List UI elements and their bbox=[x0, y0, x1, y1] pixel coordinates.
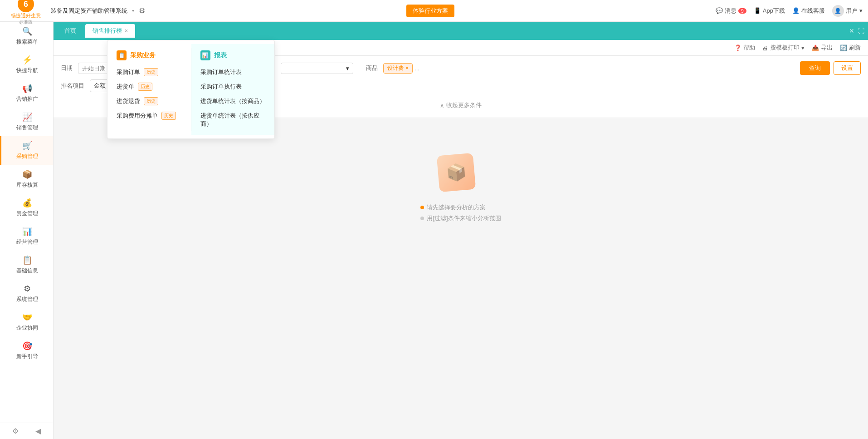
help-icon: ❓ bbox=[734, 44, 741, 51]
purchase-icon: 🛒 bbox=[22, 141, 32, 151]
sidebar-footer-settings-icon[interactable]: ⚙ bbox=[12, 427, 19, 435]
main-layout: 🔍 搜索菜单 ⚡ 快捷导航 📢 营销推广 📈 销售管理 🛒 采购管理 📦 库存核… bbox=[0, 22, 868, 439]
dropdown-item-purchase-order-stats[interactable]: 采购订单统计表 bbox=[191, 65, 275, 79]
sidebar-label-basic-info: 基础信息 bbox=[16, 267, 38, 275]
tab-home[interactable]: 首页 bbox=[57, 24, 83, 38]
dropdown-label-purchase-order-exec: 采购订单执行表 bbox=[200, 83, 242, 91]
purchase-expense-badge: 历史 bbox=[161, 112, 176, 120]
tab-close-all-icon[interactable]: ✕ bbox=[849, 27, 854, 35]
purchase-col-icon: 📋 bbox=[117, 50, 127, 60]
tab-active-label: 销售排行榜 bbox=[93, 27, 122, 35]
dropdown-purchase-col: 📋 采购业务 采购订单 历史 进货单 历史 进货退货 历史 采购费用分摊单 bbox=[107, 44, 191, 135]
sidebar-label-finance: 资金管理 bbox=[16, 210, 38, 217]
print-label: 按模板打印 bbox=[770, 44, 800, 52]
status-select[interactable]: ▾ bbox=[281, 63, 353, 74]
sidebar-label-system: 系统管理 bbox=[16, 296, 38, 303]
settings-button[interactable]: 设置 bbox=[834, 61, 861, 75]
rank-value: 金额 bbox=[94, 82, 106, 90]
sidebar-item-search[interactable]: 🔍 搜索菜单 bbox=[0, 22, 53, 50]
dropdown-label-purchase-order-stats: 采购订单统计表 bbox=[200, 68, 242, 76]
goods-in-badge: 历史 bbox=[138, 83, 152, 91]
date-label: 日期 bbox=[61, 64, 73, 72]
dropdown-item-purchase-order[interactable]: 采购订单 历史 bbox=[107, 65, 191, 79]
tab-sales-rank[interactable]: 销售排行榜 × bbox=[85, 24, 135, 38]
app-download-item[interactable]: 📱 App下载 bbox=[754, 7, 785, 15]
message-item[interactable]: 💬 消息 9 bbox=[716, 7, 746, 15]
dropdown-item-goods-in[interactable]: 进货单 历史 bbox=[107, 79, 191, 94]
tab-maximize-icon[interactable]: ⛶ bbox=[858, 27, 864, 35]
top-bar-right: 💬 消息 9 📱 App下载 👤 在线客服 👤 用户 ▾ bbox=[716, 5, 863, 17]
service-item[interactable]: 👤 在线客服 bbox=[792, 7, 825, 15]
top-bar: 6 畅捷通好生意 标准版 装备及固定资产辅助管理系统 ▾ ⚙ 体验行业方案 💬 … bbox=[0, 0, 868, 22]
sidebar-item-purchase[interactable]: 🛒 采购管理 bbox=[0, 136, 53, 165]
app-label: App下载 bbox=[763, 7, 785, 15]
refresh-button[interactable]: 🔄 刷新 bbox=[840, 44, 861, 52]
collapse-icon: ∧ bbox=[440, 102, 444, 109]
product-tag-close[interactable]: × bbox=[405, 65, 409, 71]
industry-solution-button[interactable]: 体验行业方案 bbox=[406, 5, 454, 17]
dropdown-purchase-header: 📋 采购业务 bbox=[107, 48, 191, 65]
tab-home-label: 首页 bbox=[64, 27, 76, 35]
sidebar-item-operations[interactable]: 📊 经营管理 bbox=[0, 222, 53, 251]
dropdown-menu: 📋 采购业务 采购订单 历史 进货单 历史 进货退货 历史 采购费用分摊单 bbox=[107, 40, 275, 139]
dropdown-item-purchase-order-exec[interactable]: 采购订单执行表 bbox=[191, 79, 275, 94]
newbie-icon: 🎯 bbox=[22, 341, 32, 351]
sidebar-item-enterprise[interactable]: 🤝 企业协同 bbox=[0, 308, 53, 336]
sidebar-label-search: 搜索菜单 bbox=[16, 38, 38, 46]
empty-icon: 📦 bbox=[438, 154, 483, 200]
dropdown-item-goods-return[interactable]: 进货退货 历史 bbox=[107, 94, 191, 109]
sidebar-footer-collapse-icon[interactable]: ◀ bbox=[35, 427, 41, 435]
sidebar-item-inventory[interactable]: 📦 库存核算 bbox=[0, 165, 53, 193]
sidebar-label-purchase: 采购管理 bbox=[16, 153, 38, 160]
sidebar-item-sales[interactable]: 📈 销售管理 bbox=[0, 108, 53, 136]
sidebar-item-basic-info[interactable]: 📋 基础信息 bbox=[0, 251, 53, 279]
product-label: 商品 bbox=[366, 64, 378, 72]
empty-icon-graphic: 📦 bbox=[437, 153, 476, 192]
system-title: 装备及固定资产辅助管理系统 bbox=[51, 7, 127, 15]
collapse-button[interactable]: ∧ 收起更多条件 bbox=[437, 99, 484, 112]
dropdown-item-purchase-expense[interactable]: 采购费用分摊单 历史 bbox=[107, 109, 191, 123]
dropdown-item-goods-in-stats-supplier[interactable]: 进货单统计表（按供应商） bbox=[191, 109, 275, 131]
empty-hint-1: 请先选择要分析的方案 bbox=[420, 203, 501, 212]
logo-area: 6 畅捷通好生意 标准版 bbox=[5, 0, 46, 25]
export-button[interactable]: 📤 导出 bbox=[812, 44, 833, 52]
sidebar-item-system[interactable]: ⚙ 系统管理 bbox=[0, 279, 53, 308]
dropdown-label-purchase-expense: 采购费用分摊单 bbox=[117, 112, 158, 120]
dropdown-report-col: 📊 报表 采购订单统计表 采购订单执行表 进货单统计表（按商品） 进货单统计表（… bbox=[191, 44, 275, 135]
dropdown-label-goods-in-stats-supplier: 进货单统计表（按供应商） bbox=[200, 112, 266, 128]
top-bar-center: 体验行业方案 bbox=[406, 5, 454, 17]
purchase-col-title: 采购业务 bbox=[130, 51, 156, 59]
sidebar-item-marketing[interactable]: 📢 营销推广 bbox=[0, 79, 53, 108]
print-button[interactable]: 🖨 按模板打印 ▾ bbox=[762, 44, 805, 52]
purchase-order-badge: 历史 bbox=[144, 68, 158, 76]
logo-icon: 6 bbox=[18, 0, 34, 12]
hint-dot-1 bbox=[420, 206, 424, 209]
report-col-icon: 📊 bbox=[200, 50, 210, 60]
tab-close-icon[interactable]: × bbox=[125, 28, 128, 34]
action-buttons: 查询 设置 bbox=[800, 61, 861, 75]
user-label: 用户 bbox=[846, 7, 858, 15]
export-icon: 📤 bbox=[812, 44, 819, 51]
system-title-dropdown[interactable]: ▾ bbox=[132, 8, 134, 13]
user-item[interactable]: 👤 用户 ▾ bbox=[832, 5, 863, 17]
lightning-icon: ⚡ bbox=[22, 55, 32, 65]
sidebar-footer: ⚙ ◀ bbox=[0, 423, 53, 439]
topbar-settings-icon[interactable]: ⚙ bbox=[139, 6, 145, 15]
dropdown-item-goods-in-stats-product[interactable]: 进货单统计表（按商品） bbox=[191, 94, 275, 109]
dropdown-label-goods-in: 进货单 bbox=[117, 83, 134, 91]
content-area: 首页 销售排行榜 × ✕ ⛶ 📋 采购业务 采购订单 历史 bbox=[54, 22, 868, 439]
sidebar-item-finance[interactable]: 💰 资金管理 bbox=[0, 193, 53, 222]
sidebar-item-newbie[interactable]: 🎯 新手引导 bbox=[0, 336, 53, 365]
sidebar-item-quick-nav[interactable]: ⚡ 快捷导航 bbox=[0, 50, 53, 79]
help-button[interactable]: ❓ 帮助 bbox=[734, 44, 755, 52]
top-bar-left: 6 畅捷通好生意 标准版 装备及固定资产辅助管理系统 ▾ ⚙ bbox=[5, 0, 145, 25]
product-more-dots[interactable]: ... bbox=[414, 65, 419, 72]
query-button[interactable]: 查询 bbox=[800, 61, 830, 75]
sidebar-label-newbie: 新手引导 bbox=[16, 353, 38, 360]
empty-hint-text-1: 请先选择要分析的方案 bbox=[427, 203, 486, 212]
refresh-label: 刷新 bbox=[849, 44, 861, 52]
sidebar: 🔍 搜索菜单 ⚡ 快捷导航 📢 营销推广 📈 销售管理 🛒 采购管理 📦 库存核… bbox=[0, 22, 54, 439]
rank-label: 排名项目 bbox=[61, 82, 84, 90]
help-label: 帮助 bbox=[743, 44, 755, 52]
product-filter: 设计费 × ... bbox=[383, 63, 419, 74]
